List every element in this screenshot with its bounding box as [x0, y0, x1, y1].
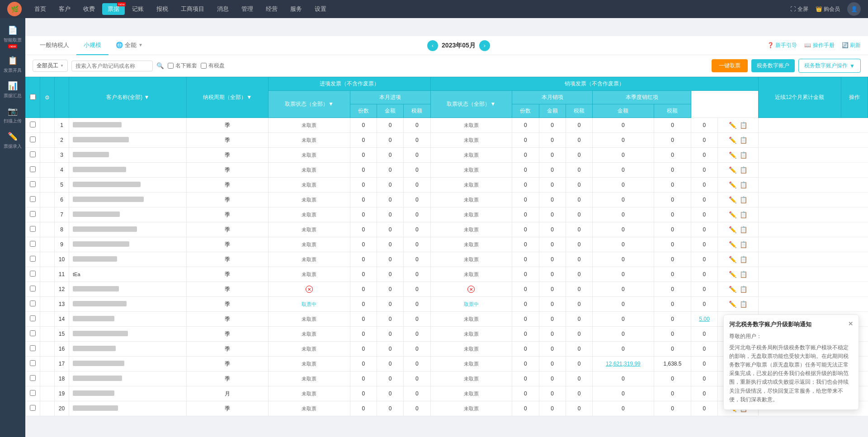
- nav-accounting[interactable]: 记账: [127, 3, 149, 15]
- row-checkbox[interactable]: [30, 256, 36, 262]
- edit-btn[interactable]: ✏️: [728, 150, 737, 160]
- edit-btn[interactable]: ✏️: [728, 240, 737, 249]
- prev-month-btn[interactable]: ‹: [427, 40, 438, 51]
- nav-customer[interactable]: 客户: [53, 3, 76, 15]
- customer-name[interactable]: [69, 237, 187, 252]
- copy-btn[interactable]: 📋: [739, 121, 748, 130]
- filter-icon[interactable]: ▼: [144, 94, 149, 100]
- edit-btn[interactable]: ✏️: [728, 210, 737, 219]
- customer-name[interactable]: [69, 327, 187, 342]
- copy-btn[interactable]: 📋: [739, 285, 748, 294]
- sidebar-item-invoice-entry[interactable]: ✏️ 票据录入: [0, 128, 25, 153]
- customer-name[interactable]: [69, 401, 187, 416]
- nav-business[interactable]: 工商项目: [175, 3, 210, 15]
- nav-tax[interactable]: 报税: [151, 3, 174, 15]
- row-checkbox[interactable]: [30, 211, 36, 217]
- copy-btn[interactable]: 📋: [739, 136, 748, 145]
- tab-small-scale[interactable]: 小规模: [76, 36, 108, 55]
- edit-btn[interactable]: ✏️: [728, 195, 737, 204]
- row-checkbox[interactable]: [30, 226, 36, 232]
- sidebar-item-smart-ticket[interactable]: 📄 智能取票new: [0, 22, 25, 52]
- customer-name[interactable]: [69, 312, 187, 327]
- customer-name[interactable]: [69, 148, 187, 163]
- copy-btn[interactable]: 📋: [739, 255, 748, 264]
- nav-manage[interactable]: 管理: [236, 3, 259, 15]
- edit-btn[interactable]: ✏️: [728, 255, 737, 264]
- row-checkbox[interactable]: [30, 315, 36, 321]
- edit-btn[interactable]: ✏️: [728, 165, 737, 174]
- edit-btn[interactable]: ✏️: [728, 300, 737, 309]
- nav-message[interactable]: 消息: [212, 3, 234, 15]
- search-input[interactable]: [71, 61, 153, 71]
- row-checkbox[interactable]: [30, 286, 36, 291]
- tax-disk-checkbox[interactable]: 有税盘: [201, 62, 225, 70]
- nav-service[interactable]: 服务: [285, 3, 307, 15]
- row-checkbox[interactable]: [30, 330, 36, 336]
- edit-btn[interactable]: ✏️: [728, 136, 737, 145]
- select-all-checkbox[interactable]: [30, 94, 36, 100]
- sidebar-item-scan-upload[interactable]: 📷 扫描上传: [0, 103, 25, 128]
- copy-btn[interactable]: 📋: [739, 210, 748, 219]
- copy-btn[interactable]: 📋: [739, 150, 748, 160]
- fullscreen-btn[interactable]: ⛶ 全屏: [790, 5, 808, 13]
- edit-btn[interactable]: ✏️: [728, 225, 737, 234]
- customer-name[interactable]: [69, 222, 187, 237]
- row-checkbox[interactable]: [30, 151, 36, 157]
- customer-name[interactable]: [69, 178, 187, 193]
- customer-name[interactable]: [69, 252, 187, 267]
- notification-close-btn[interactable]: ✕: [848, 320, 853, 329]
- deduct-amount-link[interactable]: 12,621,319.99: [606, 361, 641, 367]
- copy-btn[interactable]: 📋: [739, 165, 748, 174]
- customer-name[interactable]: [69, 357, 187, 371]
- tab-general-taxpayer[interactable]: 一般纳税人: [33, 36, 76, 55]
- copy-btn[interactable]: 📋: [739, 195, 748, 204]
- row-checkbox[interactable]: [30, 345, 36, 351]
- new-user-guide-btn[interactable]: ❓ 新手引导: [767, 42, 797, 49]
- row-checkbox[interactable]: [30, 241, 36, 247]
- edit-btn[interactable]: ✏️: [728, 285, 737, 294]
- customer-name[interactable]: [69, 342, 187, 357]
- customer-name[interactable]: [69, 297, 187, 312]
- manual-btn[interactable]: 📖 操作手册: [804, 42, 834, 49]
- nav-settings[interactable]: 设置: [309, 3, 332, 15]
- edit-btn[interactable]: ✏️: [728, 180, 737, 189]
- tab-all[interactable]: 🌐 全能 ▼: [108, 36, 150, 55]
- next-month-btn[interactable]: ›: [479, 40, 490, 51]
- nav-operation[interactable]: 经营: [260, 3, 283, 15]
- copy-btn[interactable]: 📋: [739, 180, 748, 189]
- row-checkbox[interactable]: [30, 405, 36, 411]
- input-status-filter[interactable]: ▼: [328, 101, 334, 107]
- one-click-ticket-btn[interactable]: 一键取票: [712, 59, 748, 72]
- edit-btn[interactable]: ✏️: [728, 121, 737, 130]
- search-button[interactable]: 🔍: [156, 62, 164, 69]
- copy-btn[interactable]: 📋: [739, 240, 748, 249]
- customer-name[interactable]: [69, 133, 187, 148]
- row-checkbox[interactable]: [30, 122, 36, 127]
- name-account-checkbox[interactable]: 名下账套: [168, 62, 197, 70]
- customer-name[interactable]: tEa: [69, 267, 187, 282]
- customer-name[interactable]: [69, 193, 187, 207]
- refresh-btn[interactable]: 🔄 刷新: [842, 42, 861, 49]
- row-checkbox[interactable]: [30, 196, 36, 202]
- user-avatar[interactable]: 👤: [847, 2, 861, 16]
- customer-name[interactable]: [69, 386, 187, 401]
- row-checkbox[interactable]: [30, 136, 36, 142]
- customer-name[interactable]: [69, 282, 187, 297]
- customer-name[interactable]: [69, 163, 187, 178]
- row-checkbox[interactable]: [30, 271, 36, 277]
- customer-name[interactable]: [69, 371, 187, 386]
- copy-btn[interactable]: 📋: [739, 300, 748, 309]
- tax-account-btn[interactable]: 税务数字账户: [751, 59, 795, 72]
- period-filter-icon[interactable]: ▼: [246, 94, 252, 100]
- cumulative-link[interactable]: 5.00: [699, 316, 709, 322]
- nav-fee[interactable]: 收费: [78, 3, 100, 15]
- edit-btn[interactable]: ✏️: [728, 270, 737, 279]
- tax-account-op-btn[interactable]: 税务数字账户操作 ▼: [798, 59, 861, 73]
- row-checkbox[interactable]: [30, 166, 36, 172]
- employee-select[interactable]: 全部员工 ▼: [33, 60, 68, 72]
- name-account-check[interactable]: [168, 63, 174, 69]
- tax-disk-check[interactable]: [201, 63, 207, 69]
- row-checkbox[interactable]: [30, 375, 36, 381]
- row-checkbox[interactable]: [30, 301, 36, 306]
- row-checkbox[interactable]: [30, 390, 36, 396]
